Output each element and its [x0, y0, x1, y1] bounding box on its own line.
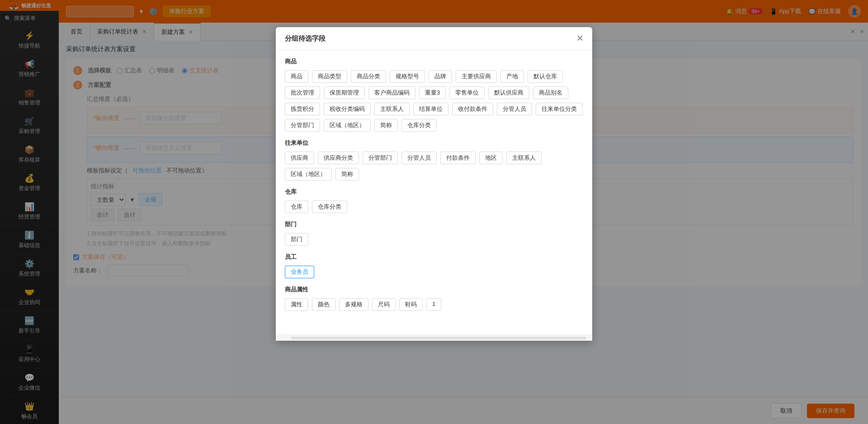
section-warehouse-fields: 仓库 仓库分类 [285, 200, 583, 213]
field-short2[interactable]: 简称 [335, 168, 359, 181]
section-counterparty-fields: 供应商 供应商分类 分管部门 分管人员 付款条件 地区 主联系人 区域（地区） … [285, 152, 583, 181]
section-goods-title: 商品 [285, 57, 583, 66]
field-shelf-life[interactable]: 保质期管理 [324, 86, 365, 99]
field-default-warehouse[interactable]: 默认仓库 [528, 70, 563, 83]
field-pick-score[interactable]: 拣货积分 [285, 103, 320, 115]
field-multi-spec[interactable]: 多规格 [339, 298, 368, 311]
field-goods-spec[interactable]: 规格型号 [390, 70, 425, 83]
section-dept-title: 部门 [285, 220, 583, 229]
extra-space [285, 318, 583, 327]
field-admin-dept[interactable]: 分管部门 [285, 119, 320, 132]
field-admin-staff[interactable]: 分管人员 [497, 103, 532, 115]
field-brand[interactable]: 品牌 [429, 70, 452, 83]
field-dept-field[interactable]: 部门 [285, 233, 308, 246]
field-payment-terms[interactable]: 收付款条件 [452, 103, 493, 115]
field-goods[interactable]: 商品 [285, 70, 308, 83]
section-staff-fields: 业务员 [285, 266, 583, 278]
field-weight3[interactable]: 重量3 [419, 86, 446, 99]
field-payment-cond[interactable]: 付款条件 [440, 152, 476, 164]
field-goods-type[interactable]: 商品类型 [312, 70, 347, 83]
section-staff: 员工 业务员 [285, 253, 583, 278]
field-staff[interactable]: 分管人员 [401, 152, 437, 164]
section-goods-fields: 商品 商品类型 商品分类 规格型号 品牌 主要供应商 产地 默认仓库 批次管理 … [285, 70, 583, 132]
field-customer-code[interactable]: 客户商品编码 [368, 86, 415, 99]
section-counterparty: 往来单位 供应商 供应商分类 分管部门 分管人员 付款条件 地区 主联系人 区域… [285, 139, 583, 181]
field-origin[interactable]: 产地 [500, 70, 524, 83]
field-attr[interactable]: 属性 [285, 298, 308, 311]
modal-scrollbar[interactable] [276, 334, 592, 341]
field-settlement-unit[interactable]: 结算单位 [413, 103, 448, 115]
section-goods-attr: 商品属性 属性 颜色 多规格 尺码 鞋码 1 [285, 286, 583, 311]
field-default-supplier[interactable]: 默认供应商 [488, 86, 529, 99]
field-batch-mgmt[interactable]: 批次管理 [285, 86, 320, 99]
field-src-unit-cat[interactable]: 往来单位分类 [536, 103, 583, 115]
section-goods-attr-title: 商品属性 [285, 286, 583, 294]
field-area-region[interactable]: 区域（地区） [324, 119, 371, 132]
modal-close-button[interactable]: ✕ [576, 33, 583, 43]
field-main-supplier[interactable]: 主要供应商 [456, 70, 497, 83]
field-color[interactable]: 颜色 [312, 298, 335, 311]
field-dept[interactable]: 分管部门 [363, 152, 398, 164]
field-warehouse-cat[interactable]: 仓库分类 [401, 119, 437, 132]
scroll-thumb[interactable] [291, 337, 586, 339]
field-supplier-cat[interactable]: 供应商分类 [318, 152, 359, 164]
field-size[interactable]: 尺码 [372, 298, 396, 311]
section-goods: 商品 商品 商品类型 商品分类 规格型号 品牌 主要供应商 产地 默认仓库 批次… [285, 57, 583, 132]
field-supplier[interactable]: 供应商 [285, 152, 314, 164]
section-warehouse-title: 仓库 [285, 188, 583, 196]
section-staff-title: 员工 [285, 253, 583, 261]
field-tax-code[interactable]: 税收分类编码 [324, 103, 371, 115]
section-warehouse: 仓库 仓库 仓库分类 [285, 188, 583, 213]
modal-overlay: 分组待选字段 ✕ 商品 商品 商品类型 商品分类 规格型号 品牌 主要供应商 产… [0, 0, 868, 424]
modal-header: 分组待选字段 ✕ [276, 27, 592, 50]
modal-body[interactable]: 商品 商品 商品类型 商品分类 规格型号 品牌 主要供应商 产地 默认仓库 批次… [276, 50, 592, 334]
section-dept: 部门 部门 [285, 220, 583, 246]
section-counterparty-title: 往来单位 [285, 139, 583, 147]
field-short-name[interactable]: 简称 [374, 119, 398, 132]
section-dept-fields: 部门 [285, 233, 583, 246]
field-contact[interactable]: 主联系人 [506, 152, 542, 164]
field-region[interactable]: 地区 [479, 152, 503, 164]
field-one[interactable]: 1 [426, 298, 441, 311]
modal: 分组待选字段 ✕ 商品 商品 商品类型 商品分类 规格型号 品牌 主要供应商 产… [276, 27, 592, 341]
field-goods-alias[interactable]: 商品别名 [533, 86, 568, 99]
field-sales-rep[interactable]: 业务员 [285, 266, 314, 278]
field-area2[interactable]: 区域（地区） [285, 168, 332, 181]
modal-title: 分组待选字段 [285, 34, 326, 43]
field-goods-category[interactable]: 商品分类 [351, 70, 386, 83]
field-retail-unit[interactable]: 零售单位 [449, 86, 485, 99]
field-shoe-code[interactable]: 鞋码 [399, 298, 423, 311]
field-wh-cat[interactable]: 仓库分类 [312, 200, 347, 213]
field-wh[interactable]: 仓库 [285, 200, 308, 213]
section-goods-attr-fields: 属性 颜色 多规格 尺码 鞋码 1 [285, 298, 583, 311]
field-main-contact[interactable]: 主联系人 [374, 103, 410, 115]
